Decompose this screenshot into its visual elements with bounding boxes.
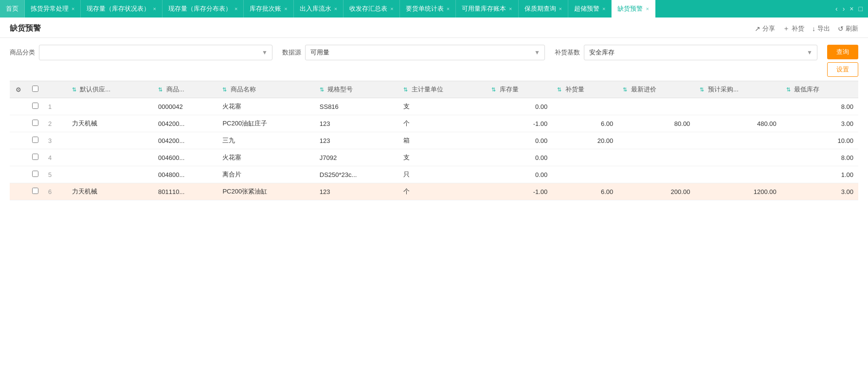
filter-replenish-base: 补货基数 ▼: [555, 45, 817, 60]
row-est-purchase-4: [695, 166, 781, 183]
nav-tab-stock-dist[interactable]: 现存量（库存分布表） ×: [163, 0, 244, 18]
nav-tab-expiry[interactable]: 保质期查询 ×: [519, 0, 568, 18]
row-settings-3: [10, 149, 27, 166]
share-icon: ↗: [755, 25, 760, 33]
row-stock-1: -1.00: [487, 115, 552, 132]
nav-tab-available-ledger[interactable]: 可用量库存账本 ×: [456, 0, 518, 18]
row-spec-4: DS250*23c...: [315, 166, 398, 183]
row-spec-3: J7092: [315, 149, 398, 166]
refresh-button[interactable]: ↺ 刷新: [838, 24, 858, 33]
row-checkbox-5[interactable]: [32, 188, 38, 194]
row-min-stock-2: 10.00: [781, 132, 858, 149]
row-stock-0: 0.00: [487, 98, 552, 115]
col-latest-price-header[interactable]: ⇅ 最新进价: [618, 81, 695, 98]
nav-tab-abnormal[interactable]: 拣货异常处理 ×: [25, 0, 81, 18]
spec-sort-icon: ⇅: [320, 87, 324, 92]
close-tab-batch-account[interactable]: ×: [284, 6, 287, 12]
nav-tab-inout-flow[interactable]: 出入库流水 ×: [294, 0, 344, 18]
close-tab-recv-summary[interactable]: ×: [390, 6, 393, 12]
top-navigation: 首页 拣货异常处理 × 现存量（库存状况表） × 现存量（库存分布表） × 库存…: [0, 0, 868, 18]
close-tab-stock-dist[interactable]: ×: [235, 6, 237, 12]
col-checkbox-header[interactable]: [27, 81, 43, 98]
col-name-header[interactable]: ⇅ 商品名称: [217, 81, 314, 98]
table-row: 1 0000042 火花塞 SS816 支 0.00 8.00: [10, 98, 858, 115]
close-tab-stock-status[interactable]: ×: [153, 6, 156, 12]
row-settings-1: [10, 115, 27, 132]
col-stock-header[interactable]: ⇅ 库存量: [487, 81, 552, 98]
close-tab-order-stat[interactable]: ×: [447, 6, 450, 12]
select-all-checkbox[interactable]: [32, 86, 38, 92]
close-tab-expiry[interactable]: ×: [559, 6, 562, 12]
col-supplier-header[interactable]: ⇅ 默认供应...: [67, 81, 153, 98]
row-checkbox-3[interactable]: [32, 154, 38, 160]
row-est-purchase-5: 1200.00: [695, 183, 781, 200]
share-button[interactable]: ↗ 分享: [755, 24, 775, 33]
row-settings-0: [10, 98, 27, 115]
table-body: 1 0000042 火花塞 SS816 支 0.00 8.00 2 力天机械 0…: [10, 98, 858, 200]
nav-tab-batch-account[interactable]: 库存批次账 ×: [244, 0, 293, 18]
nav-tab-overstock[interactable]: 超储预警 ×: [568, 0, 612, 18]
settings-button[interactable]: 设置: [827, 62, 858, 77]
row-settings-5: [10, 183, 27, 200]
close-tab-overstock[interactable]: ×: [602, 6, 605, 12]
category-input[interactable]: [39, 45, 272, 60]
close-tab-shortage[interactable]: ×: [646, 6, 649, 12]
row-code-0: 0000042: [153, 98, 217, 115]
replenish-button[interactable]: ＋ 补货: [783, 24, 804, 33]
row-checkbox-1[interactable]: [32, 120, 38, 126]
query-buttons: 查询 设置: [827, 45, 858, 77]
row-latest-price-3: [618, 149, 695, 166]
nav-prev-btn[interactable]: ‹: [833, 5, 840, 13]
est-purchase-sort-icon: ⇅: [700, 87, 704, 92]
col-min-stock-header[interactable]: ⇅ 最低库存: [781, 81, 858, 98]
row-min-stock-5: 3.00: [781, 183, 858, 200]
row-code-1: 004200...: [153, 115, 217, 132]
row-replenish-1: 6.00: [552, 115, 618, 132]
maximize-btn[interactable]: □: [856, 5, 865, 13]
row-name-5: PC200张紧油缸: [217, 183, 314, 200]
row-latest-price-0: [618, 98, 695, 115]
nav-next-btn[interactable]: ›: [840, 5, 848, 13]
col-code-header[interactable]: ⇅ 商品...: [153, 81, 217, 98]
row-checkbox-4[interactable]: [32, 171, 38, 177]
col-unit-header[interactable]: ⇅ 主计量单位: [398, 81, 487, 98]
close-tab-abnormal[interactable]: ×: [72, 6, 74, 12]
row-checkbox-cell-5[interactable]: [27, 183, 43, 200]
row-code-4: 004800...: [153, 166, 217, 183]
row-checkbox-cell-2[interactable]: [27, 132, 43, 149]
row-checkbox-cell-3[interactable]: [27, 149, 43, 166]
close-tab-available-ledger[interactable]: ×: [509, 6, 512, 12]
query-button[interactable]: 查询: [827, 45, 858, 59]
row-min-stock-4: 1.00: [781, 166, 858, 183]
row-checkbox-cell-4[interactable]: [27, 166, 43, 183]
close-window-btn[interactable]: ×: [847, 5, 856, 13]
page-header: 缺货预警 ↗ 分享 ＋ 补货 ↓ 导出 ↺ 刷新: [0, 18, 868, 38]
row-est-purchase-0: [695, 98, 781, 115]
col-settings[interactable]: ⚙: [10, 81, 27, 98]
col-replenish-header[interactable]: ⇅ 补货量: [552, 81, 618, 98]
row-num-1: 2: [43, 115, 67, 132]
row-est-purchase-3: [695, 149, 781, 166]
nav-tab-shortage[interactable]: 缺货预警 ×: [612, 0, 655, 18]
min-stock-sort-icon: ⇅: [786, 87, 791, 92]
row-unit-3: 支: [398, 149, 487, 166]
row-stock-4: 0.00: [487, 166, 552, 183]
col-est-purchase-header[interactable]: ⇅ 预计采购...: [695, 81, 781, 98]
nav-tab-home[interactable]: 首页: [0, 0, 25, 18]
row-latest-price-1: 80.00: [618, 115, 695, 132]
nav-tab-stock-status[interactable]: 现存量（库存状况表） ×: [81, 0, 162, 18]
export-button[interactable]: ↓ 导出: [812, 24, 830, 33]
datasource-input[interactable]: [305, 45, 545, 60]
close-tab-inout-flow[interactable]: ×: [334, 6, 337, 12]
replenish-base-input[interactable]: [584, 45, 817, 60]
category-label: 商品分类: [10, 48, 35, 57]
row-checkbox-cell-0[interactable]: [27, 98, 43, 115]
row-latest-price-4: [618, 166, 695, 183]
nav-tab-order-stat[interactable]: 要货单统计表 ×: [400, 0, 456, 18]
nav-tab-recv-summary[interactable]: 收发存汇总表 ×: [344, 0, 399, 18]
row-checkbox-2[interactable]: [32, 137, 38, 143]
col-spec-header[interactable]: ⇅ 规格型号: [315, 81, 398, 98]
row-checkbox-0[interactable]: [32, 103, 38, 109]
row-checkbox-cell-1[interactable]: [27, 115, 43, 132]
row-supplier-5: 力天机械: [67, 183, 153, 200]
